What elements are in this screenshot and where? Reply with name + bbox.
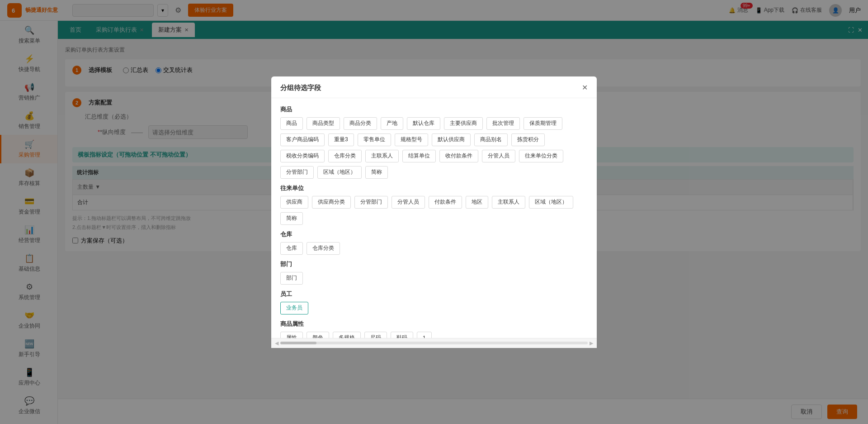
field-tag[interactable]: 属性 — [280, 332, 303, 338]
section-title-partner: 往来单位 — [280, 184, 588, 192]
field-tag[interactable]: 结算单位 — [402, 150, 436, 162]
modal-title: 分组待选字段 — [280, 84, 321, 92]
field-tag[interactable]: 仓库分类 — [307, 242, 340, 255]
field-tag[interactable]: 批次管理 — [486, 117, 520, 130]
field-tag[interactable]: 默认仓库 — [407, 117, 440, 130]
field-tag[interactable]: 主联系人 — [365, 150, 399, 162]
hscroll-right-arrow[interactable]: ▶ — [590, 340, 593, 346]
field-tags-goods: 商品 商品类型 商品分类 产地 默认仓库 主要供应商 批次管理 保质期管理 客户… — [280, 117, 588, 179]
modal-close-btn[interactable]: ✕ — [582, 84, 588, 91]
field-tag[interactable]: 仓库分类 — [328, 150, 362, 162]
modal-overlay: 分组待选字段 ✕ 商品 商品 商品类型 商品分类 产地 默认仓库 主要供应商 批… — [0, 0, 868, 424]
section-title-product-attr: 商品属性 — [280, 320, 588, 328]
field-tag[interactable]: 简称 — [365, 166, 388, 179]
field-tag[interactable]: 商品分类 — [344, 117, 377, 130]
modal-dialog: 分组待选字段 ✕ 商品 商品 商品类型 商品分类 产地 默认仓库 主要供应商 批… — [271, 76, 597, 348]
field-tag[interactable]: 主要供应商 — [444, 117, 483, 130]
field-tag[interactable]: 1 — [417, 332, 432, 338]
field-tag[interactable]: 主联系人 — [492, 196, 525, 209]
section-title-employee: 员工 — [280, 290, 588, 298]
section-title-warehouse: 仓库 — [280, 230, 588, 238]
field-tag[interactable]: 客户商品编码 — [280, 133, 325, 146]
hscroll-left-arrow[interactable]: ◀ — [275, 340, 278, 346]
field-tag[interactable]: 商品类型 — [307, 117, 340, 130]
field-tag[interactable]: 颜色 — [307, 332, 329, 338]
hscroll-track — [280, 342, 588, 344]
field-tag[interactable]: 规格型号 — [395, 133, 428, 146]
field-tag[interactable]: 部门 — [280, 272, 303, 285]
field-tag[interactable]: 分管人员 — [482, 150, 515, 162]
section-title-department: 部门 — [280, 260, 588, 268]
section-title-goods: 商品 — [280, 105, 588, 114]
field-tag[interactable]: 区域（地区） — [317, 166, 362, 179]
field-tag[interactable]: 供应商 — [280, 196, 308, 209]
field-tag[interactable]: 简称 — [280, 212, 303, 225]
field-tag[interactable]: 尺码 — [364, 332, 387, 338]
field-tag[interactable]: 默认供应商 — [432, 133, 471, 146]
field-tags-employee: 业务员 — [280, 302, 588, 314]
field-tag[interactable]: 区域（地区） — [529, 196, 573, 209]
field-tag[interactable]: 产地 — [381, 117, 403, 130]
field-tag[interactable]: 多规格 — [333, 332, 361, 338]
field-tag[interactable]: 业务员 — [280, 302, 308, 314]
field-tag[interactable]: 零售单位 — [358, 133, 391, 146]
field-tag[interactable]: 地区 — [466, 196, 488, 209]
field-tag[interactable]: 鞋码 — [391, 332, 413, 338]
modal-body[interactable]: 商品 商品 商品类型 商品分类 产地 默认仓库 主要供应商 批次管理 保质期管理… — [271, 98, 597, 338]
field-tag[interactable]: 收付款条件 — [439, 150, 478, 162]
field-tag[interactable]: 分管人员 — [392, 196, 425, 209]
field-tags-product-attr: 属性 颜色 多规格 尺码 鞋码 1 — [280, 332, 588, 338]
field-tags-warehouse: 仓库 仓库分类 — [280, 242, 588, 255]
field-tag[interactable]: 拣货积分 — [511, 133, 545, 146]
field-tag[interactable]: 往来单位分类 — [519, 150, 563, 162]
field-tag[interactable]: 保质期管理 — [524, 117, 562, 130]
modal-header: 分组待选字段 ✕ — [271, 76, 597, 98]
field-tag[interactable]: 分管部门 — [280, 166, 314, 179]
field-tag[interactable]: 仓库 — [280, 242, 303, 255]
field-tag[interactable]: 商品别名 — [474, 133, 508, 146]
field-tags-partner: 供应商 供应商分类 分管部门 分管人员 付款条件 地区 主联系人 区域（地区） … — [280, 196, 588, 225]
field-tag[interactable]: 付款条件 — [429, 196, 462, 209]
field-tags-department: 部门 — [280, 272, 588, 285]
field-tag[interactable]: 供应商分类 — [312, 196, 351, 209]
hscroll-thumb[interactable] — [280, 342, 316, 344]
field-tag[interactable]: 税收分类编码 — [280, 150, 325, 162]
field-tag[interactable]: 分管部门 — [354, 196, 388, 209]
modal-hscroll-area: ◀ ▶ — [271, 338, 597, 348]
field-tag[interactable]: 商品 — [280, 117, 303, 130]
field-tag[interactable]: 重量3 — [328, 133, 354, 146]
